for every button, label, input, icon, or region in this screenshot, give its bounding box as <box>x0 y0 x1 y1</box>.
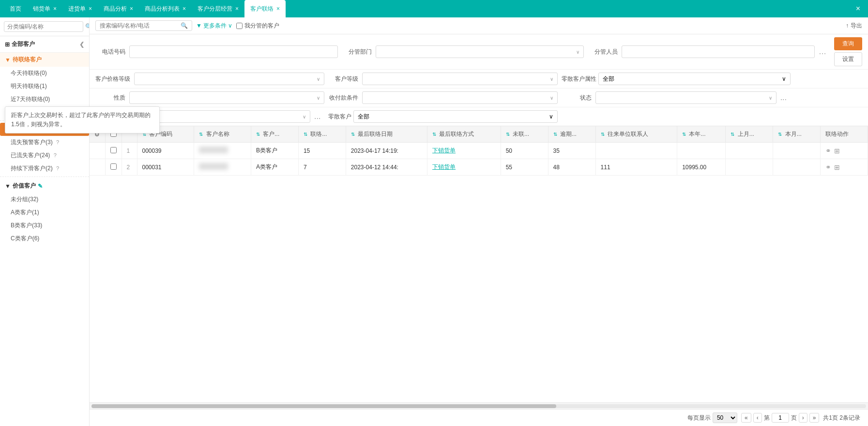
th-lcm-label: 最后联络方式 <box>439 131 474 137</box>
sidebar-search-icon[interactable]: 🔍 <box>85 23 90 30</box>
horizontal-scroll-bar[interactable] <box>90 402 868 409</box>
nav-tab-purchase[interactable]: 进货单 × <box>62 0 98 17</box>
th-this-year[interactable]: ⇅ 本年... <box>677 126 726 143</box>
sidebar-collapse-btn[interactable]: ❮ <box>79 41 84 48</box>
my-customer-checkbox[interactable] <box>236 23 243 29</box>
page-input[interactable] <box>772 413 789 423</box>
sidebar-item-already-lost[interactable]: 已流失客户(24) ? <box>0 149 89 162</box>
settings-btn[interactable]: 设置 <box>834 52 862 66</box>
last-page-btn[interactable]: » <box>809 413 820 423</box>
manager-input[interactable] <box>626 48 810 55</box>
more-filters-btn[interactable]: ▼ 更多条件 ∨ <box>196 22 232 30</box>
close-all-tabs[interactable]: × <box>852 4 864 13</box>
export-btn[interactable]: ↑ 导出 <box>846 22 862 30</box>
edit-icon[interactable]: ✎ <box>38 183 43 190</box>
nav-tab-label-home: 首页 <box>10 5 21 13</box>
sort-icon-tm: ⇅ <box>778 132 782 137</box>
pending-contact-title[interactable]: ▼ 待联络客户 <box>0 53 89 67</box>
action-icon-link-0[interactable]: ⚭ <box>825 147 831 155</box>
row-checkbox-1[interactable] <box>110 163 117 170</box>
action-icon-qr-0[interactable]: ⊞ <box>834 147 840 155</box>
retail-attr-chevron-icon: ∨ <box>782 75 786 82</box>
th-ty-label: 本年... <box>689 131 705 137</box>
th-action: 联络动作 <box>821 126 868 143</box>
phone-input[interactable] <box>134 48 334 55</box>
td-contact-1: 7 <box>298 159 346 176</box>
th-contact[interactable]: ⇅ 联络... <box>298 126 346 143</box>
filter-search-icon[interactable]: 🔍 <box>181 22 188 29</box>
already-lost-help-icon[interactable]: ? <box>54 152 57 158</box>
th-category-label: 客户... <box>263 131 279 137</box>
customer-grade-select[interactable]: ∨ <box>362 73 557 85</box>
th-lm-label: 上月... <box>738 131 754 137</box>
th-uncontacted[interactable]: ⇅ 未联... <box>501 126 548 143</box>
sidebar-item-7days[interactable]: 近7天待联络(0) <box>0 93 89 106</box>
action-icon-qr-1[interactable]: ⊞ <box>834 163 840 171</box>
close-sales-tab[interactable]: × <box>53 5 57 12</box>
close-analysis-tab[interactable]: × <box>130 5 133 12</box>
sidebar-item-declining[interactable]: 持续下滑客户(2) ? <box>0 162 89 175</box>
declining-help-icon[interactable]: ? <box>56 165 59 171</box>
nav-tab-label-customer-contact: 客户联络 <box>250 5 274 13</box>
nav-tab-sales[interactable]: 销货单 × <box>27 0 62 17</box>
th-name[interactable]: ⇅ 客户名称 <box>194 126 251 143</box>
per-page-select[interactable]: 10 20 50 100 <box>713 412 737 423</box>
manager-dots[interactable]: … <box>815 47 830 56</box>
price-grade-select[interactable]: ∨ <box>134 73 324 85</box>
sidebar-item-lost-pre[interactable]: 流失预警客户(3) ? <box>0 136 89 149</box>
price-grade-label: 客户价格等级 <box>95 75 134 83</box>
th-unit-contact[interactable]: ⇅ 往来单位联系人 <box>595 126 677 143</box>
row4-dots[interactable]: ... <box>310 112 324 121</box>
filter-search-input[interactable] <box>100 22 179 29</box>
prev-page-btn[interactable]: ‹ <box>753 413 762 423</box>
th-overdue-label: 逾期... <box>560 131 577 137</box>
retail-attr-select[interactable]: 全部 ∨ <box>598 73 791 85</box>
sidebar-item-class-b[interactable]: B类客户(33) <box>0 219 89 232</box>
th-overdue[interactable]: ⇅ 逾期... <box>548 126 595 143</box>
payment-select[interactable]: ∨ <box>362 91 557 104</box>
retail-customer-select[interactable]: 全部 ∨ <box>353 110 557 123</box>
nav-tab-home[interactable]: 首页 <box>4 0 27 17</box>
th-last-month[interactable]: ⇅ 上月... <box>726 126 773 143</box>
close-purchase-tab[interactable]: × <box>89 5 92 12</box>
filter-cell-status: 状态 ∨ ... <box>562 91 791 104</box>
query-btn[interactable]: 查询 <box>834 37 862 50</box>
th-last-contact-date[interactable]: ⇅ 最后联络日期 <box>346 126 427 143</box>
sidebar-item-ungroups[interactable]: 未分组(32) <box>0 193 89 206</box>
filter-cell-phone: 电话号码 <box>95 45 338 58</box>
next-page-btn[interactable]: › <box>799 413 807 423</box>
sidebar-search-input[interactable] <box>4 21 83 32</box>
nav-tab-customer-contact[interactable]: 客户联络 × <box>244 0 286 17</box>
filter-cell-manager: 分管人员 … <box>588 45 830 58</box>
status-select[interactable]: ∨ <box>595 91 777 104</box>
retail-customer-label: 零散客户 <box>328 113 351 121</box>
arrow-down-icon-2: ▼ <box>5 183 11 190</box>
close-customer-tier-tab[interactable]: × <box>235 5 239 12</box>
nav-tab-analysis[interactable]: 商品分析 × <box>98 0 139 17</box>
sidebar-item-tomorrow[interactable]: 明天待联络(1) <box>0 80 89 93</box>
nav-tab-analysis-list[interactable]: 商品分析列表 × <box>139 0 192 17</box>
gender-select[interactable]: ∨ <box>129 91 324 104</box>
my-customer-checkbox-label[interactable]: 我分管的客户 <box>236 22 279 30</box>
value-customers-title[interactable]: ▼ 价值客户 ✎ <box>0 179 89 193</box>
sidebar-item-class-a[interactable]: A类客户(1) <box>0 206 89 219</box>
page-suffix: 页 <box>791 414 797 422</box>
sidebar-item-class-c[interactable]: C类客户(6) <box>0 232 89 245</box>
manager-input-wrap <box>622 45 815 58</box>
action-icon-link-1[interactable]: ⚭ <box>825 163 831 171</box>
sidebar-all-customers[interactable]: ⊞ 全部客户 ❮ <box>0 36 89 53</box>
first-page-btn[interactable]: « <box>741 413 751 423</box>
lost-pre-help-icon[interactable]: ? <box>56 139 59 145</box>
nav-tab-label-analysis: 商品分析 <box>104 5 127 13</box>
dept-select[interactable]: ∨ <box>376 45 584 58</box>
sidebar-item-today[interactable]: 今天待联络(0) <box>0 67 89 80</box>
row3-dots[interactable]: ... <box>777 93 791 102</box>
nav-tab-customer-tier[interactable]: 客户分层经营 × <box>192 0 244 17</box>
th-this-month[interactable]: ⇅ 本月... <box>773 126 821 143</box>
close-analysis-list-tab[interactable]: × <box>183 5 186 12</box>
close-customer-contact-tab[interactable]: × <box>276 5 280 12</box>
th-last-contact-method[interactable]: ⇅ 最后联络方式 <box>427 126 501 143</box>
th-category[interactable]: ⇅ 客户... <box>251 126 298 143</box>
row-checkbox-0[interactable] <box>110 147 117 153</box>
sidebar-search-bar: 🔍 <box>0 17 89 36</box>
